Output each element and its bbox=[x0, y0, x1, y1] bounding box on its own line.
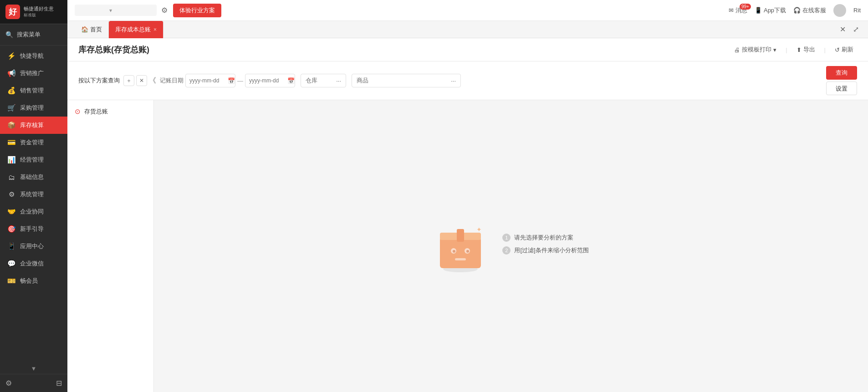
sidebar-item-label: 库存核算 bbox=[20, 121, 44, 129]
tab-expand-icon[interactable]: ⤢ bbox=[851, 23, 861, 36]
quick-nav-icon: ⚡ bbox=[7, 52, 15, 60]
tab-close-extra-icon[interactable]: ✕ bbox=[838, 23, 848, 36]
date-from-input[interactable]: 📅 bbox=[185, 74, 235, 87]
export-button[interactable]: ⬆ 导出 bbox=[793, 44, 819, 56]
left-filter-panel: ⊙ 存货总账 bbox=[67, 100, 154, 392]
query-button[interactable]: 查询 bbox=[826, 66, 857, 80]
message-button[interactable]: ✉ 消息 99+ bbox=[729, 6, 747, 15]
sidebar-item-label: 采购管理 bbox=[20, 104, 44, 112]
purchase-icon: 🛒 bbox=[7, 104, 15, 112]
date-from-field[interactable] bbox=[189, 77, 226, 84]
print-template-button[interactable]: 🖨 按模板打印 ▾ bbox=[730, 44, 780, 56]
sidebar-footer: ⚙ ⊟ bbox=[0, 374, 67, 392]
sidebar-logo: 好 畅捷通好生意 标准版 bbox=[0, 0, 67, 24]
set-button[interactable]: 设置 bbox=[826, 81, 857, 95]
tip-text-1: 请先选择要分析的方案 bbox=[514, 234, 573, 242]
menu-toggle-icon[interactable]: ⊟ bbox=[56, 379, 62, 387]
cooperation-icon: 🤝 bbox=[7, 208, 15, 216]
sidebar-item-sales[interactable]: 💰 销售管理 bbox=[0, 82, 67, 99]
gear-icon[interactable]: ⚙ bbox=[161, 6, 168, 15]
sidebar-item-inventory[interactable]: 📦 库存核算 bbox=[0, 117, 67, 134]
query-set-buttons: 查询 设置 bbox=[826, 66, 857, 95]
topbar: ▾ ⚙ 体验行业方案 ✉ 消息 99+ 📱 App下载 🎧 在线客服 Rit bbox=[67, 0, 868, 21]
active-tab-label: 库存成本总账 bbox=[115, 25, 151, 34]
search-menu-label: 搜索菜单 bbox=[17, 31, 41, 39]
goods-selector[interactable]: 商品 ··· bbox=[352, 74, 461, 87]
tab-inventory-ledger[interactable]: 库存成本总账 × bbox=[109, 21, 163, 38]
topbar-search-area[interactable]: ▾ bbox=[75, 5, 157, 16]
user-avatar[interactable] bbox=[833, 4, 846, 17]
collapse-filter-icon[interactable]: 《 bbox=[149, 76, 156, 86]
sidebar-item-cooperation[interactable]: 🤝 企业协同 bbox=[0, 203, 67, 220]
sidebar-search-section[interactable]: 🔍 搜索菜单 bbox=[0, 24, 67, 46]
sidebar-item-label: 资金管理 bbox=[20, 138, 44, 147]
sidebar-item-finance[interactable]: 💳 资金管理 bbox=[0, 134, 67, 151]
marketing-icon: 📢 bbox=[7, 69, 15, 77]
sidebar-item-operation[interactable]: 📊 经营管理 bbox=[0, 151, 67, 168]
sidebar-item-system[interactable]: ⚙ 系统管理 bbox=[0, 186, 67, 203]
sidebar-item-quick-nav[interactable]: ⚡ 快捷导航 bbox=[0, 47, 67, 65]
sidebar-item-label: 企业协同 bbox=[20, 208, 44, 216]
topbar-search-placeholder bbox=[79, 6, 107, 14]
online-service-button[interactable]: 🎧 在线客服 bbox=[793, 6, 826, 15]
sidebar-item-label: 基础信息 bbox=[20, 173, 44, 181]
tab-home[interactable]: 🏠 首页 bbox=[75, 21, 109, 38]
mouth bbox=[455, 258, 466, 260]
empty-illustration: ✦ bbox=[433, 219, 488, 274]
sidebar-item-basic[interactable]: 🗂 基础信息 bbox=[0, 168, 67, 186]
calendar-icon[interactable]: 📅 bbox=[228, 77, 235, 84]
sidebar-scroll-down[interactable]: ▼ bbox=[0, 363, 67, 374]
tip-number-1: 1 bbox=[502, 234, 511, 242]
sidebar-item-membership[interactable]: 🎫 畅会员 bbox=[0, 272, 67, 290]
sparkle-icon: ✦ bbox=[476, 226, 482, 233]
refresh-label: 刷新 bbox=[842, 46, 853, 54]
trial-button[interactable]: 体验行业方案 bbox=[173, 4, 221, 17]
topbar-left: ▾ ⚙ 体验行业方案 bbox=[75, 4, 729, 17]
inventory-icon: 📦 bbox=[7, 121, 15, 129]
empty-state-area: ✦ 1 请先选择要分析的方案 2 用[过滤]条件来缩小分析范围 bbox=[154, 100, 868, 392]
tab-close-icon[interactable]: × bbox=[153, 26, 157, 33]
more-icon: ··· bbox=[451, 77, 456, 84]
export-icon: ⬆ bbox=[797, 46, 802, 53]
date-filter-group: 记账日期 📅 — 📅 bbox=[160, 74, 295, 87]
sidebar: 好 畅捷通好生意 标准版 🔍 搜索菜单 ⚡ 快捷导航 📢 营销推广 💰 销售管理… bbox=[0, 0, 67, 392]
logo-text: 畅捷通好生意 标准版 bbox=[24, 5, 54, 18]
settings-icon[interactable]: ⚙ bbox=[5, 379, 12, 387]
calendar-icon[interactable]: 📅 bbox=[287, 77, 295, 84]
search-icon: 🔍 bbox=[5, 31, 13, 38]
sidebar-item-wechat[interactable]: 💬 企业微信 bbox=[0, 255, 67, 272]
topbar-right: ✉ 消息 99+ 📱 App下载 🎧 在线客服 Rit bbox=[729, 4, 861, 17]
membership-icon: 🎫 bbox=[7, 277, 15, 285]
sidebar-item-marketing[interactable]: 📢 营销推广 bbox=[0, 65, 67, 82]
sidebar-item-label: 企业微信 bbox=[20, 260, 44, 268]
sidebar-item-appcenter[interactable]: 📱 应用中心 bbox=[0, 238, 67, 255]
add-filter-button[interactable]: ＋ bbox=[123, 75, 134, 86]
refresh-button[interactable]: ↺ 刷新 bbox=[831, 44, 857, 56]
finance-icon: 💳 bbox=[7, 138, 15, 147]
goods-label: 商品 bbox=[357, 76, 368, 85]
empty-illustration-svg: ✦ bbox=[433, 219, 488, 274]
export-label: 导出 bbox=[803, 46, 815, 54]
date-to-field[interactable] bbox=[249, 77, 286, 84]
date-to-input[interactable]: 📅 bbox=[245, 74, 295, 87]
app-download-button[interactable]: 📱 App下载 bbox=[755, 6, 786, 15]
delete-filter-button[interactable]: ✕ bbox=[136, 75, 147, 86]
warehouse-selector[interactable]: 仓库 ··· bbox=[301, 74, 346, 87]
sidebar-item-label: 畅会员 bbox=[20, 277, 38, 285]
sidebar-item-newbie[interactable]: 🎯 新手引导 bbox=[0, 220, 67, 238]
sidebar-item-label: 销售管理 bbox=[20, 87, 44, 95]
goods-filter-group: 商品 ··· bbox=[352, 74, 461, 87]
date-separator: — bbox=[237, 77, 243, 84]
sidebar-item-purchase[interactable]: 🛒 采购管理 bbox=[0, 99, 67, 117]
sales-icon: 💰 bbox=[7, 87, 15, 95]
inventory-ledger-item[interactable]: ⊙ 存货总账 bbox=[67, 104, 153, 119]
search-menu-item[interactable]: 🔍 搜索菜单 bbox=[5, 28, 62, 41]
inventory-ledger-icon: ⊙ bbox=[75, 107, 81, 116]
chevron-down-icon: ▾ bbox=[109, 7, 112, 14]
tip-number-2: 2 bbox=[502, 246, 511, 255]
inventory-ledger-label: 存货总账 bbox=[84, 107, 108, 116]
sidebar-item-label: 应用中心 bbox=[20, 242, 44, 250]
box-tape bbox=[457, 229, 464, 242]
empty-tips: 1 请先选择要分析的方案 2 用[过滤]条件来缩小分析范围 bbox=[502, 234, 588, 259]
warehouse-label: 仓库 bbox=[306, 76, 317, 85]
